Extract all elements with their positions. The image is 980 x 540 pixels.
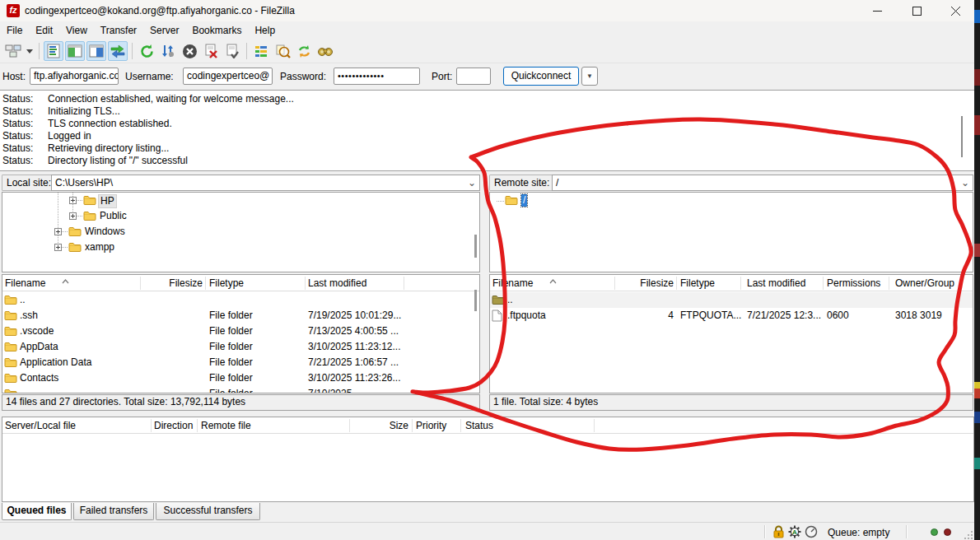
quickconnect-button[interactable]: Quickconnect: [503, 67, 579, 86]
file-row[interactable]: ..: [2, 292, 479, 308]
column-header-last-modified[interactable]: Last modified: [747, 277, 805, 289]
file-row[interactable]: File folder7/10/2025 ...: [2, 386, 479, 393]
remote-directory-tree[interactable]: /: [489, 192, 973, 272]
queue-column-direction[interactable]: Direction: [154, 420, 193, 431]
lock-icon[interactable]: [772, 525, 785, 538]
column-header-last-modified[interactable]: Last modified: [308, 277, 366, 289]
file-row[interactable]: ContactsFile folder3/10/2025 11:23:26...: [2, 370, 479, 386]
queue-column-remote-file[interactable]: Remote file: [201, 420, 251, 431]
local-file-list[interactable]: FilenameFilesizeFiletypeLast modified...…: [2, 274, 480, 393]
local-directory-tree[interactable]: HPPublicWindowsxampp: [2, 192, 480, 272]
toggle-remote-tree-button[interactable]: [86, 41, 106, 61]
host-input[interactable]: ftp.afiyahorganic.co: [30, 68, 119, 85]
tree-expand-button[interactable]: [54, 228, 62, 235]
tree-expand-button[interactable]: [54, 244, 62, 251]
column-header-filetype[interactable]: Filetype: [209, 277, 244, 289]
column-divider[interactable]: [594, 419, 595, 432]
local-tree-scrollbar[interactable]: [474, 235, 477, 258]
column-divider[interactable]: [961, 277, 962, 290]
close-button[interactable]: [941, 0, 969, 21]
username-input[interactable]: codingexpertceo@: [183, 68, 273, 85]
toggle-local-tree-button[interactable]: [65, 41, 85, 61]
chevron-down-icon[interactable]: ⌄: [468, 175, 476, 190]
cancel-operation-button[interactable]: [180, 41, 199, 61]
process-queue-button[interactable]: [158, 41, 178, 61]
synchronized-browsing-button[interactable]: [294, 41, 314, 61]
column-divider[interactable]: [740, 277, 741, 290]
tree-expand-button[interactable]: [69, 197, 77, 204]
tree-item-root[interactable]: /: [521, 194, 527, 207]
column-divider[interactable]: [140, 277, 141, 290]
remote-site-path-combo[interactable]: / ⌄: [552, 175, 973, 191]
resize-grip[interactable]: [963, 529, 973, 539]
port-input[interactable]: [456, 68, 491, 85]
password-input[interactable]: •••••••••••••: [334, 68, 420, 85]
column-header-filesize[interactable]: Filesize: [617, 277, 674, 289]
menu-bookmarks[interactable]: Bookmarks: [185, 22, 248, 39]
menu-transfer[interactable]: Transfer: [94, 22, 143, 39]
disconnect-button[interactable]: [201, 41, 221, 61]
site-manager-dropdown-caret[interactable]: [24, 41, 35, 61]
minimize-button[interactable]: [863, 0, 891, 21]
tree-expand-button[interactable]: [69, 212, 77, 220]
menu-server[interactable]: Server: [143, 22, 185, 39]
column-divider[interactable]: [889, 277, 889, 290]
tree-item-hp[interactable]: HP: [98, 194, 117, 208]
queue-column-status[interactable]: Status: [465, 420, 493, 431]
column-divider[interactable]: [151, 419, 152, 432]
column-header-filename[interactable]: Filename: [492, 277, 533, 289]
toggle-transfer-queue-button[interactable]: [108, 41, 128, 61]
file-row[interactable]: ..: [490, 292, 973, 308]
menu-help[interactable]: Help: [248, 22, 282, 39]
speed-limits-icon[interactable]: [805, 525, 818, 538]
column-header-filetype[interactable]: Filetype: [680, 277, 715, 289]
local-site-path-combo[interactable]: C:\Users\HP\ ⌄: [51, 175, 480, 191]
column-divider[interactable]: [614, 277, 615, 290]
tab-queued-files[interactable]: Queued files: [2, 503, 72, 520]
local-list-scrollbar[interactable]: [474, 290, 477, 311]
file-row[interactable]: AppDataFile folder3/10/2025 11:23:12...: [2, 339, 479, 355]
file-row[interactable]: .ftpquota4FTPQUOTA...7/21/2025 12:3...06…: [490, 308, 973, 324]
column-divider[interactable]: [676, 277, 677, 290]
column-divider[interactable]: [349, 419, 350, 432]
remote-file-list[interactable]: FilenameFilesizeFiletypeLast modifiedPer…: [489, 274, 973, 393]
filter-button[interactable]: [251, 41, 271, 61]
column-header-owner-group[interactable]: Owner/Group: [895, 277, 954, 289]
queue-column-server-local-file[interactable]: Server/Local file: [5, 420, 76, 431]
file-row[interactable]: .sshFile folder7/19/2025 10:01:29...: [2, 308, 479, 324]
column-divider[interactable]: [412, 419, 413, 432]
tree-item-xampp[interactable]: xampp: [83, 241, 116, 254]
column-header-filename[interactable]: Filename: [5, 277, 45, 289]
column-header-permissions[interactable]: Permissions: [827, 277, 880, 289]
queue-column-priority[interactable]: Priority: [416, 420, 446, 431]
quickconnect-dropdown-button[interactable]: ▼: [581, 67, 598, 86]
settings-gear-icon[interactable]: A: [788, 525, 801, 538]
directory-comparison-button[interactable]: [273, 41, 292, 61]
toggle-message-log-button[interactable]: [44, 41, 63, 61]
reconnect-button[interactable]: [222, 41, 242, 61]
chevron-down-icon[interactable]: ⌄: [961, 175, 969, 190]
menu-view[interactable]: View: [59, 22, 94, 39]
column-header-filesize[interactable]: Filesize: [142, 277, 203, 289]
menu-file[interactable]: File: [0, 22, 29, 39]
refresh-button[interactable]: [137, 41, 156, 61]
column-divider[interactable]: [305, 277, 306, 290]
site-manager-button[interactable]: [3, 41, 23, 61]
find-files-button[interactable]: [315, 41, 335, 61]
tree-item-public[interactable]: Public: [98, 210, 128, 222]
menu-edit[interactable]: Edit: [29, 22, 59, 39]
tab-successful-transfers[interactable]: Successful transfers: [156, 503, 260, 520]
column-divider[interactable]: [197, 419, 198, 432]
queue-column-size[interactable]: Size: [352, 420, 408, 431]
tree-item-windows[interactable]: Windows: [83, 226, 127, 238]
transfer-queue[interactable]: Server/Local fileDirectionRemote fileSiz…: [2, 417, 974, 502]
column-divider[interactable]: [205, 277, 206, 290]
file-row[interactable]: .vscodeFile folder7/13/2025 4:00:55 ...: [2, 324, 479, 339]
column-divider[interactable]: [823, 277, 824, 290]
message-log-scrollbar[interactable]: [958, 91, 966, 170]
column-divider[interactable]: [460, 419, 461, 432]
maximize-button[interactable]: [903, 0, 931, 21]
tab-failed-transfers[interactable]: Failed transfers: [73, 503, 154, 520]
column-divider[interactable]: [404, 277, 404, 290]
file-row[interactable]: Application DataFile folder7/21/2025 1:0…: [2, 355, 479, 370]
